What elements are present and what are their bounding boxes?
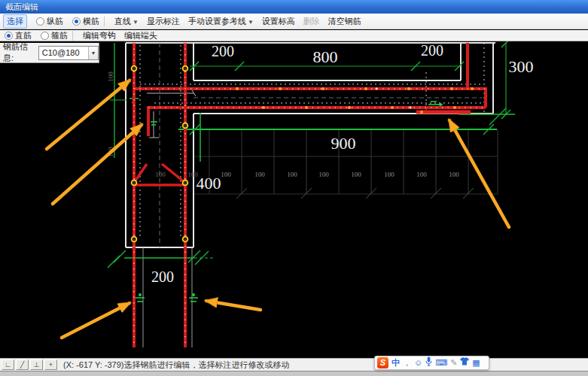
arrow-wall-top [47,80,129,149]
chevron-down-icon: ▼ [248,19,254,26]
window-title: 截面编辑 [5,2,38,11]
radio-checked-icon[interactable] [5,32,13,40]
radio-straight[interactable]: 直筋 [5,30,32,41]
arrow-bottom-right-mark [206,301,260,310]
skin-shirt-icon[interactable] [460,357,469,368]
sogou-logo-icon[interactable]: S [377,357,388,368]
add-point-icon[interactable]: + [44,359,57,370]
center-lines [160,43,482,247]
window-bottom-edge [0,371,588,376]
select-button[interactable]: 选择 [3,14,27,29]
dim-label-400: 400 [197,174,221,193]
section-edit-window: 截面编辑 选择 纵筋 横筋 直线▼ 显示标注 手动设置参考线▼ 设置标高 删除 … [0,0,588,376]
emoji-icon[interactable]: ☺ [414,357,422,368]
section-drawing[interactable]: 200 800 200 300 900 400 200 100 100 100 … [0,41,588,358]
dimension-labels: 200 800 200 300 900 400 200 [151,42,534,285]
toolbar-row-1: 选择 纵筋 横筋 直线▼ 显示标注 手动设置参考线▼ 设置标高 删除 清空钢筋 [0,14,588,29]
delete-button[interactable]: 删除 [300,15,323,28]
status-bar: ∟ ╱ ⊥ + (X: -617 Y: -379)选择钢筋进行编辑，选择标注进行… [0,358,588,371]
radio-transverse[interactable]: 横筋 [72,16,99,27]
manual-reference-label: 手动设置参考线 [188,17,246,26]
punctuation-icon[interactable]: ， [403,357,411,368]
svg-text:100: 100 [384,171,395,178]
grid-tick-marks [236,188,474,199]
svg-text:100: 100 [287,171,297,178]
chevron-down-icon[interactable]: ▼ [88,47,98,59]
toolbox-grid-icon[interactable]: ▦ [472,357,480,368]
rebar-info-panel: 钢筋信息: C10@180 ▼ [0,43,99,63]
line-button-label: 直线 [114,17,131,26]
radio-stirrup-label: 箍筋 [51,30,68,41]
edit-hook-button[interactable]: 编辑弯钩 [80,29,119,42]
radio-checked-icon[interactable] [72,17,81,26]
manual-reference-dropdown[interactable]: 手动设置参考线▼ [185,15,257,28]
ime-toolbar[interactable]: S 中 ， ☺ ⌨ ✎ ▦ [374,356,489,370]
radio-longitudinal[interactable]: 纵筋 [36,16,63,27]
svg-text:100: 100 [107,71,114,82]
arrow-bar-corner [53,125,142,204]
dim-label-300: 300 [509,57,534,76]
handwriting-icon[interactable]: ✎ [450,357,457,368]
title-bar[interactable]: 截面编辑 [0,0,588,14]
show-annotation-button[interactable]: 显示标注 [144,15,183,28]
svg-text:100: 100 [449,171,459,178]
dim-label-900: 900 [331,134,356,153]
rebar-spec-combobox[interactable]: C10@180 ▼ [38,46,99,60]
svg-text:100: 100 [351,171,361,178]
svg-text:100: 100 [318,171,329,178]
toolbar-row-2: 直筋 箍筋 编辑弯钩 编辑端头 [0,30,588,41]
rebar-spec-value: C10@180 [39,48,88,57]
radio-transverse-label: 横筋 [83,16,99,27]
svg-text:100: 100 [254,171,265,178]
microphone-icon[interactable] [425,356,432,369]
keyboard-icon[interactable]: ⌨ [435,357,447,368]
line-dropdown-button[interactable]: 直线▼ [111,15,142,28]
ortho-axis-icon[interactable]: ∟ [2,359,14,370]
rebar-info-label: 钢筋信息: [3,41,36,64]
edit-end-button[interactable]: 编辑端头 [121,29,160,42]
separator [104,17,105,26]
rebar-section-dots [132,87,474,114]
concrete-outline [126,43,495,247]
svg-text:100: 100 [187,171,198,178]
svg-text:100: 100 [155,171,166,178]
radio-longitudinal-label: 纵筋 [47,16,63,27]
annotation-arrows [47,80,509,338]
radio-straight-label: 直筋 [15,30,32,41]
status-message: (X: -617 Y: -379)选择钢筋进行编辑，选择标注进行修改或移动 [63,359,290,371]
diagonal-snap-icon[interactable]: ╱ [16,359,29,370]
clear-rebar-button[interactable]: 清空钢筋 [325,15,364,28]
radio-circle-icon[interactable] [41,32,49,40]
dim-label-200-bottom: 200 [151,268,174,285]
leader-lines [147,90,196,138]
dim-label-200-top-left: 200 [212,43,234,59]
dimension-lines-green [108,41,515,268]
radio-stirrup[interactable]: 箍筋 [41,30,68,41]
separator [72,31,73,41]
chinese-mode-icon[interactable]: 中 [391,357,400,368]
dim-label-200-top-right: 200 [421,42,443,59]
svg-text:100: 100 [221,171,231,178]
svg-text:100: 100 [416,171,427,178]
cad-canvas[interactable]: 200 800 200 300 900 400 200 100 100 100 … [0,41,588,358]
perpendicular-icon[interactable]: ⊥ [30,359,43,370]
dim-label-800: 800 [313,47,338,66]
radio-circle-icon[interactable] [36,17,44,26]
arrow-bottom-left-mark [62,303,129,338]
dashed-guides [140,43,484,239]
chevron-down-icon: ▼ [133,19,139,26]
set-elevation-button[interactable]: 设置标高 [259,15,298,28]
